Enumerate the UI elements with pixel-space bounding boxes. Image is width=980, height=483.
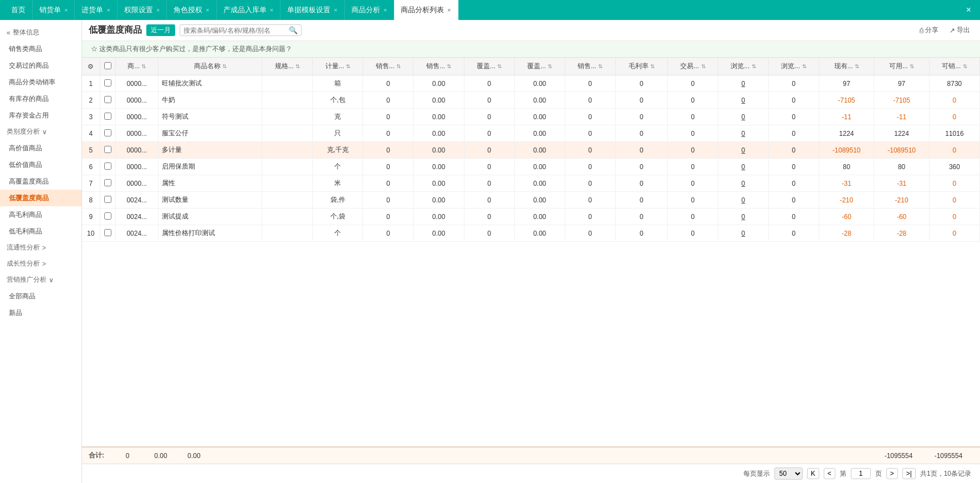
row-select-checkbox[interactable] xyxy=(104,179,111,186)
column-coverage2[interactable]: 覆盖... ⇅ xyxy=(514,58,565,75)
next-page-button[interactable]: > xyxy=(886,468,898,479)
close-icon[interactable]: × xyxy=(64,7,68,13)
row-browse1[interactable]: 0 xyxy=(718,159,768,175)
sidebar-item-capital-occupancy[interactable]: 库存资金占用 xyxy=(0,107,81,124)
row-checkbox[interactable] xyxy=(100,125,115,142)
close-icon[interactable]: × xyxy=(447,7,451,13)
last-page-button[interactable]: >| xyxy=(902,468,916,479)
sidebar-item-high-margin[interactable]: 高毛利商品 xyxy=(0,206,81,223)
notice-bar: ☆ 这类商品只有很少客户购买过，是推广不够，还是商品本身问题？ xyxy=(82,41,980,58)
row-checkbox[interactable] xyxy=(100,159,115,175)
column-checkbox[interactable] xyxy=(100,58,115,75)
row-browse1[interactable]: 0 xyxy=(718,142,768,159)
row-select-checkbox[interactable] xyxy=(104,229,111,236)
select-all-checkbox[interactable] xyxy=(104,62,111,69)
column-saleable[interactable]: 可销... ⇅ xyxy=(929,58,979,75)
sidebar-item-sales-goods[interactable]: 销售类商品 xyxy=(0,40,81,57)
column-gross-margin[interactable]: 毛利率 ⇅ xyxy=(615,58,667,75)
column-settings[interactable]: ⚙ xyxy=(82,58,100,75)
footer-s1: 0 xyxy=(111,452,144,460)
close-icon[interactable]: × xyxy=(270,7,273,13)
nav-product-analysis-list[interactable]: 商品分析列表 × xyxy=(394,0,458,20)
row-browse1[interactable]: 0 xyxy=(718,125,768,142)
row-checkbox[interactable] xyxy=(100,225,115,242)
row-tx: 0 xyxy=(667,142,718,159)
first-page-button[interactable]: K xyxy=(807,468,819,479)
row-select-checkbox[interactable] xyxy=(104,212,111,220)
sidebar-section-overview[interactable]: « 整体信息 xyxy=(0,24,81,40)
nav-sales[interactable]: 销货单 × xyxy=(33,0,75,20)
row-checkbox[interactable] xyxy=(100,175,115,192)
prev-page-button[interactable]: < xyxy=(824,468,835,479)
sidebar-item-high-value[interactable]: 高价值商品 xyxy=(0,140,81,156)
sidebar-item-high-coverage[interactable]: 高覆盖度商品 xyxy=(0,173,81,190)
column-name[interactable]: 商品名称 ⇅ xyxy=(159,58,262,75)
sidebar-section-marketing[interactable]: 营销推广分析 ∨ xyxy=(0,272,81,288)
sidebar-item-category-turnover[interactable]: 商品分类动销率 xyxy=(0,74,81,90)
nav-product-storage[interactable]: 产成品入库单 × xyxy=(217,0,280,20)
row-checkbox[interactable] xyxy=(100,75,115,92)
close-icon[interactable]: × xyxy=(384,7,387,13)
column-transaction[interactable]: 交易... ⇅ xyxy=(667,58,718,75)
nav-purchase[interactable]: 进货单 × xyxy=(75,0,117,20)
export-button[interactable]: ↗ 导出 xyxy=(946,24,973,36)
sidebar-section-category[interactable]: 类别度分析 ∨ xyxy=(0,124,81,140)
column-sales3[interactable]: 销售... ⇅ xyxy=(565,58,615,75)
sidebar-item-low-margin[interactable]: 低毛利商品 xyxy=(0,223,81,240)
row-browse1[interactable]: 0 xyxy=(718,75,768,92)
column-unit[interactable]: 计量... ⇅ xyxy=(313,58,363,75)
row-browse1[interactable]: 0 xyxy=(718,209,768,225)
close-icon[interactable]: × xyxy=(206,7,209,13)
content-header: 低覆盖度商品 近一月 🔍 ⎙ 分享 ↗ 导出 xyxy=(82,20,980,41)
column-browse1[interactable]: 浏览... ⇅ xyxy=(718,58,768,75)
share-button[interactable]: ⎙ 分享 xyxy=(916,24,942,36)
sidebar-item-low-coverage[interactable]: 低覆盖度商品 xyxy=(0,190,81,206)
row-select-checkbox[interactable] xyxy=(104,162,111,170)
row-browse1[interactable]: 0 xyxy=(718,192,768,209)
column-spec[interactable]: 规格... ⇅ xyxy=(262,58,313,75)
sidebar-item-all-goods[interactable]: 全部商品 xyxy=(0,288,81,304)
nav-roles[interactable]: 角色授权 × xyxy=(167,0,216,20)
close-icon[interactable]: × xyxy=(156,7,160,13)
sidebar-item-traded-goods[interactable]: 交易过的商品 xyxy=(0,57,81,74)
row-browse1[interactable]: 0 xyxy=(718,175,768,192)
column-browse2[interactable]: 浏览... ⇅ xyxy=(768,58,819,75)
close-icon[interactable]: × xyxy=(106,7,110,13)
nav-template-settings[interactable]: 单据模板设置 × xyxy=(280,0,344,20)
row-browse1[interactable]: 0 xyxy=(718,92,768,109)
row-checkbox[interactable] xyxy=(100,109,115,125)
row-checkbox[interactable] xyxy=(100,92,115,109)
nav-home[interactable]: 首页 xyxy=(4,0,33,20)
row-checkbox[interactable] xyxy=(100,192,115,209)
sidebar-item-new-goods[interactable]: 新品 xyxy=(0,304,81,321)
column-sales2[interactable]: 销售... ⇅ xyxy=(414,58,464,75)
page-size-select[interactable]: 50 20 100 200 xyxy=(774,467,803,480)
row-select-checkbox[interactable] xyxy=(104,129,111,136)
row-select-checkbox[interactable] xyxy=(104,113,111,120)
window-close-button[interactable]: × xyxy=(962,5,976,15)
sidebar-item-low-value[interactable]: 低价值商品 xyxy=(0,156,81,173)
column-sales1[interactable]: 销售... ⇅ xyxy=(363,58,414,75)
sidebar-section-growth[interactable]: 成长性分析 > xyxy=(0,256,81,272)
sidebar-section-liquidity[interactable]: 流通性分析 > xyxy=(0,240,81,256)
column-available[interactable]: 可用... ⇅ xyxy=(874,58,929,75)
row-select-checkbox[interactable] xyxy=(104,146,111,153)
nav-permissions[interactable]: 权限设置 × xyxy=(118,0,167,20)
row-select-checkbox[interactable] xyxy=(104,196,111,203)
nav-product-analysis[interactable]: 商品分析 × xyxy=(345,0,394,20)
row-spec xyxy=(262,192,313,209)
current-page-input[interactable] xyxy=(851,468,871,479)
close-icon[interactable]: × xyxy=(334,7,337,13)
row-checkbox[interactable] xyxy=(100,209,115,225)
sidebar-item-in-stock-goods[interactable]: 有库存的商品 xyxy=(0,90,81,107)
column-coverage1[interactable]: 覆盖... ⇅ xyxy=(464,58,514,75)
row-checkbox[interactable] xyxy=(100,142,115,159)
row-select-checkbox[interactable] xyxy=(104,79,111,87)
column-code[interactable]: 商... ⇅ xyxy=(115,58,159,75)
time-filter-button[interactable]: 近一月 xyxy=(146,24,175,36)
row-select-checkbox[interactable] xyxy=(104,96,111,103)
search-input[interactable] xyxy=(183,27,289,34)
row-browse1[interactable]: 0 xyxy=(718,109,768,125)
column-stock[interactable]: 现有... ⇅ xyxy=(819,58,874,75)
row-browse1[interactable]: 0 xyxy=(718,225,768,242)
